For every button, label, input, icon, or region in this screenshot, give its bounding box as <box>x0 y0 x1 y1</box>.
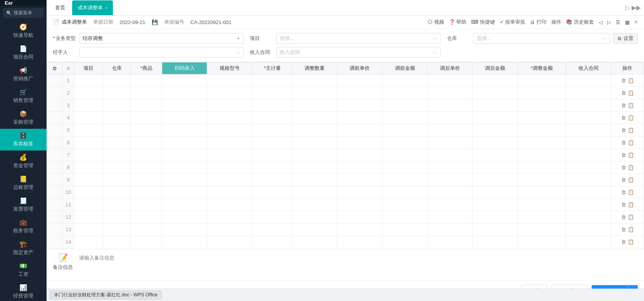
cell-2-5[interactable] <box>252 87 292 99</box>
cell-2-12[interactable] <box>566 87 611 99</box>
cell-1-3[interactable] <box>162 74 207 87</box>
cell-3-5[interactable] <box>252 99 292 112</box>
delete-icon-2[interactable]: 🗑 <box>621 90 626 96</box>
delete-icon-1[interactable]: 🗑 <box>621 78 626 83</box>
sidebar-item-fixed-assets[interactable]: 🏗️固定资产 <box>0 237 47 259</box>
cell-8-11[interactable] <box>518 161 566 174</box>
cell-3-7[interactable] <box>337 99 382 112</box>
cell-2-7[interactable] <box>337 87 382 99</box>
cell-2-6[interactable] <box>292 87 337 99</box>
cell-7-12[interactable] <box>566 149 611 161</box>
cell-3-1[interactable] <box>102 99 130 112</box>
save-icon[interactable]: 💾 <box>152 19 158 25</box>
delete-icon-12[interactable]: 🗑 <box>621 214 626 220</box>
delete-icon-9[interactable]: 🗑 <box>621 177 626 183</box>
cell-9-11[interactable] <box>518 174 566 186</box>
cell-9-12[interactable] <box>566 174 611 186</box>
cell-1-11[interactable] <box>518 74 566 87</box>
copy-icon-3[interactable]: 📋 <box>628 102 634 108</box>
cell-14-7[interactable] <box>337 236 382 248</box>
cell-13-10[interactable] <box>473 223 518 236</box>
action-shortcut[interactable]: ⌨ 快捷键 <box>471 19 495 26</box>
sidebar-item-inventory[interactable]: 🗄️库存核算 <box>0 129 47 150</box>
cell-6-7[interactable] <box>337 137 382 149</box>
cell-6-12[interactable] <box>566 137 611 149</box>
cell-7-11[interactable] <box>518 149 566 161</box>
cell-15-6[interactable] <box>292 248 337 250</box>
cell-13-8[interactable] <box>383 223 428 236</box>
cell-10-11[interactable] <box>518 186 566 199</box>
cell-13-0[interactable] <box>74 223 102 236</box>
tab-home[interactable]: 首页 <box>50 0 71 15</box>
action-help[interactable]: ❓ 帮助 <box>449 19 467 26</box>
cell-15-4[interactable] <box>207 248 252 250</box>
sidebar-item-payroll[interactable]: 💵工资 <box>0 259 47 281</box>
cell-4-10[interactable] <box>473 112 518 124</box>
cell-12-0[interactable] <box>74 211 102 223</box>
copy-icon-1[interactable]: 📋 <box>628 78 634 83</box>
cell-7-7[interactable] <box>337 149 382 161</box>
sidebar-item-sales-promo[interactable]: 📢营销推广 <box>0 64 47 85</box>
cell-7-1[interactable] <box>102 149 130 161</box>
cell-13-9[interactable] <box>428 223 473 236</box>
taskbar-item[interactable]: 木门行业好业财处理方案-墓红红.doc - WPS Office <box>50 291 162 299</box>
cell-14-12[interactable] <box>566 236 611 248</box>
cell-2-11[interactable] <box>518 87 566 99</box>
cell-6-0[interactable] <box>74 137 102 149</box>
nav-prev[interactable]: ◁ <box>599 19 602 25</box>
cell-15-0[interactable] <box>74 248 102 250</box>
cell-9-8[interactable] <box>383 174 428 186</box>
cell-11-9[interactable] <box>428 199 473 211</box>
settings-button[interactable]: ⚙ 设置 <box>613 33 638 44</box>
cell-8-4[interactable] <box>207 161 252 174</box>
copy-icon-8[interactable]: 📋 <box>628 164 634 170</box>
cell-5-12[interactable] <box>566 124 611 137</box>
cell-13-2[interactable] <box>131 223 162 236</box>
copy-icon-13[interactable]: 📋 <box>628 227 634 232</box>
cell-10-7[interactable] <box>337 186 382 199</box>
cell-2-9[interactable] <box>428 87 473 99</box>
business-type-input[interactable]: 结存调整 ▼ <box>79 33 244 44</box>
cell-13-3[interactable] <box>162 223 207 236</box>
cell-2-4[interactable] <box>207 87 252 99</box>
cell-4-12[interactable] <box>566 112 611 124</box>
cell-13-11[interactable] <box>518 223 566 236</box>
view-grid[interactable]: ▦ <box>625 19 630 25</box>
sidebar-item-operations[interactable]: 📊经营管理 <box>0 281 47 301</box>
cell-14-11[interactable] <box>518 236 566 248</box>
copy-icon-2[interactable]: 📋 <box>628 90 634 96</box>
action-history[interactable]: 📚 历史账套 <box>566 19 594 26</box>
cell-1-9[interactable] <box>428 74 473 87</box>
delete-icon-7[interactable]: 🗑 <box>621 152 626 158</box>
cell-4-4[interactable] <box>207 112 252 124</box>
cell-8-5[interactable] <box>252 161 292 174</box>
cell-3-6[interactable] <box>292 99 337 112</box>
cell-12-7[interactable] <box>337 211 382 223</box>
cell-7-6[interactable] <box>292 149 337 161</box>
cell-7-9[interactable] <box>428 149 473 161</box>
cell-9-6[interactable] <box>292 174 337 186</box>
cell-5-7[interactable] <box>337 124 382 137</box>
copy-icon-14[interactable]: 📋 <box>628 239 634 245</box>
cell-5-10[interactable] <box>473 124 518 137</box>
cell-14-4[interactable] <box>207 236 252 248</box>
cell-9-0[interactable] <box>74 174 102 186</box>
cell-3-0[interactable] <box>74 99 102 112</box>
cell-8-1[interactable] <box>102 161 130 174</box>
col-scan[interactable]: 扫码录入 <box>162 62 207 74</box>
cell-6-5[interactable] <box>252 137 292 149</box>
income-contract-input[interactable]: 收入合同 ··· <box>276 47 441 58</box>
copy-icon-7[interactable]: 📋 <box>628 152 634 158</box>
cell-6-11[interactable] <box>518 137 566 149</box>
action-operate[interactable]: 操作 <box>551 19 561 26</box>
cell-3-9[interactable] <box>428 99 473 112</box>
cell-10-5[interactable] <box>252 186 292 199</box>
cell-15-10[interactable] <box>473 248 518 250</box>
cell-11-8[interactable] <box>383 199 428 211</box>
cell-13-6[interactable] <box>292 223 337 236</box>
cell-12-4[interactable] <box>207 211 252 223</box>
cell-9-2[interactable] <box>131 174 162 186</box>
cell-6-3[interactable] <box>162 137 207 149</box>
cell-3-11[interactable] <box>518 99 566 112</box>
cell-11-10[interactable] <box>473 199 518 211</box>
